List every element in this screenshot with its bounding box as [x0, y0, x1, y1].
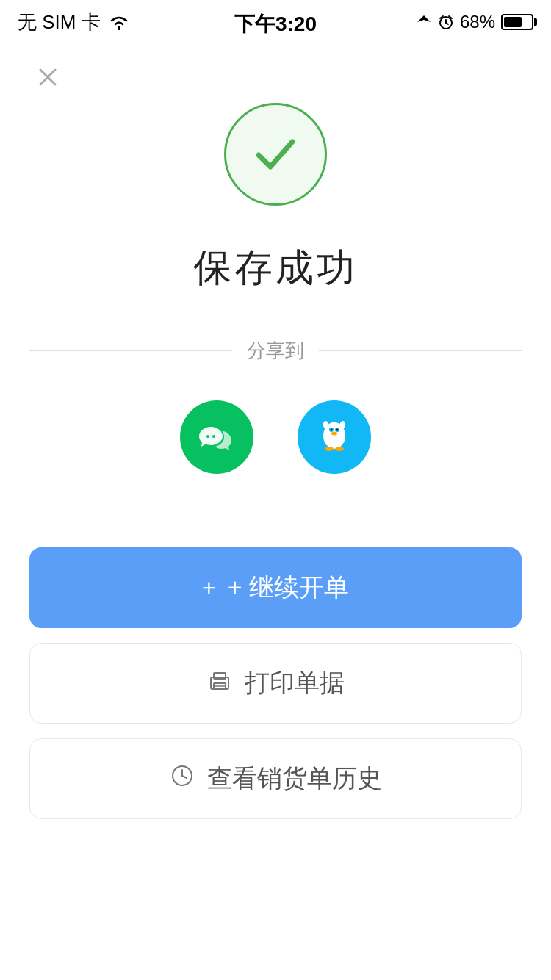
share-divider: 分享到: [29, 338, 522, 364]
svg-point-7: [212, 435, 215, 438]
sim-status: 无 SIM 卡: [18, 10, 101, 35]
status-bar: 无 SIM 卡 下午3:20 68%: [0, 0, 551, 44]
plus-icon: +: [202, 574, 216, 602]
battery-percent: 68%: [460, 12, 495, 32]
continue-order-button[interactable]: + + 继续开单: [29, 547, 522, 628]
continue-order-label: + 继续开单: [228, 571, 349, 605]
svg-point-17: [325, 447, 334, 451]
status-left: 无 SIM 卡: [18, 10, 130, 35]
share-label: 分享到: [247, 338, 304, 364]
wifi-icon: [108, 14, 130, 30]
print-label: 打印单据: [245, 666, 345, 700]
success-title: 保存成功: [193, 242, 358, 294]
svg-point-13: [336, 429, 339, 431]
close-icon: [35, 64, 61, 90]
printer-icon: [206, 667, 233, 699]
svg-line-2: [446, 23, 448, 24]
svg-point-12: [331, 429, 333, 431]
status-time: 下午3:20: [234, 10, 317, 38]
success-circle: [224, 103, 327, 206]
history-label: 查看销货单历史: [207, 762, 382, 796]
battery-icon: [501, 14, 533, 30]
success-section: 保存成功 分享到: [29, 44, 522, 819]
svg-point-14: [331, 432, 337, 436]
checkmark-icon: [250, 129, 301, 180]
clock-icon: [169, 763, 195, 795]
close-button[interactable]: [29, 59, 66, 96]
divider-right: [319, 350, 522, 351]
svg-point-18: [335, 447, 344, 451]
share-icons: [180, 400, 371, 474]
qq-share-button[interactable]: [298, 400, 371, 474]
history-button[interactable]: 查看销货单历史: [29, 738, 522, 819]
svg-line-26: [182, 776, 187, 778]
divider-left: [29, 350, 232, 351]
print-button[interactable]: 打印单据: [29, 643, 522, 724]
qq-icon: [312, 415, 356, 459]
status-right: 68%: [416, 12, 533, 32]
action-buttons: + + 继续开单 打印单据: [29, 547, 522, 819]
alarm-icon: [438, 14, 454, 30]
wechat-share-button[interactable]: [180, 400, 253, 474]
main-content: 保存成功 分享到: [0, 44, 551, 819]
share-section: 分享到: [29, 338, 522, 474]
wechat-icon: [195, 415, 239, 459]
svg-point-6: [206, 435, 209, 438]
battery-fill: [504, 17, 522, 27]
location-icon: [416, 14, 432, 30]
